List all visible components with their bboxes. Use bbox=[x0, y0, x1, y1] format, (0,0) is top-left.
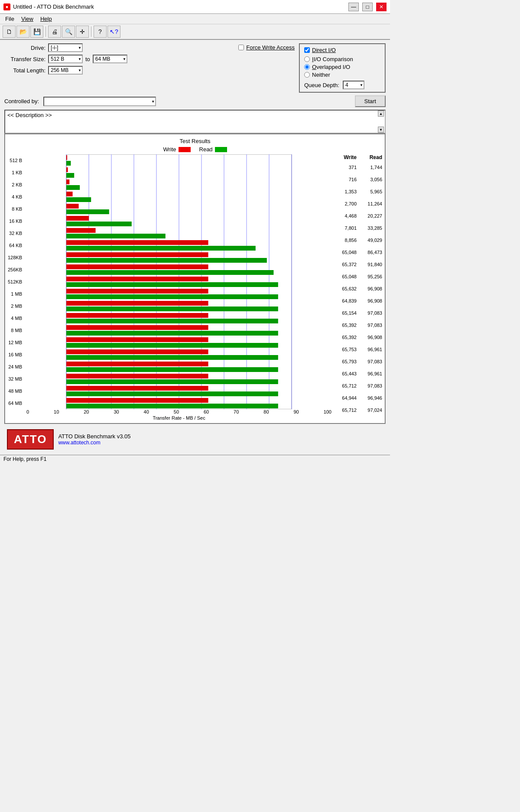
svg-rect-24 bbox=[66, 228, 96, 233]
force-write-checkbox[interactable] bbox=[238, 45, 244, 50]
transfer-size-to[interactable]: 64 MB bbox=[93, 55, 127, 63]
controlled-by-select[interactable] bbox=[43, 97, 156, 106]
neither-label[interactable]: Neither bbox=[312, 72, 330, 78]
status-bar: For Help, press F1 bbox=[0, 455, 390, 463]
row-label: 8 KB bbox=[8, 203, 24, 215]
svg-rect-18 bbox=[66, 192, 73, 196]
transfer-from-wrap: 512 B bbox=[48, 55, 83, 63]
results-title: Test Results bbox=[8, 138, 382, 144]
svg-rect-31 bbox=[66, 270, 273, 275]
write-value: 65,372 bbox=[334, 258, 357, 271]
write-value: 1,353 bbox=[334, 186, 357, 198]
svg-rect-38 bbox=[66, 313, 208, 318]
read-value: 97,083 bbox=[358, 307, 382, 319]
write-value: 64,944 bbox=[334, 392, 357, 404]
new-button[interactable]: 🗋 bbox=[3, 26, 16, 38]
row-label: 12 MB bbox=[8, 336, 24, 349]
move-button[interactable]: ✛ bbox=[76, 26, 89, 38]
row-label: 256KB bbox=[8, 264, 24, 276]
minimize-button[interactable]: — bbox=[348, 3, 359, 11]
queue-depth-select[interactable]: 4 bbox=[343, 81, 364, 89]
drive-row: Drive: [-i-] bbox=[4, 43, 234, 52]
x-tick: 0 bbox=[26, 409, 29, 414]
bottom-section: ATTO ATTO Disk Benchmark v3.05 www.attot… bbox=[4, 427, 386, 451]
row-label: 1 KB bbox=[8, 166, 24, 179]
write-value: 2,700 bbox=[334, 198, 357, 210]
read-values: 1,7443,0565,96511,26420,22733,28549,0298… bbox=[358, 161, 382, 416]
open-button[interactable]: 📂 bbox=[16, 26, 29, 38]
direct-io-label[interactable]: Direct I/O bbox=[312, 47, 336, 53]
read-value: 96,961 bbox=[358, 343, 382, 355]
svg-rect-47 bbox=[66, 367, 278, 372]
controlled-by-section: Controlled by: Start bbox=[4, 95, 386, 107]
write-value: 65,712 bbox=[334, 380, 357, 392]
read-value: 96,908 bbox=[358, 331, 382, 343]
x-tick: 30 bbox=[114, 409, 119, 414]
row-label: 32 KB bbox=[8, 227, 24, 239]
svg-rect-48 bbox=[66, 374, 208, 378]
read-value: 91,840 bbox=[358, 258, 382, 271]
read-value: 97,083 bbox=[358, 355, 382, 368]
overlapped-io-label[interactable]: Overlapped I/O bbox=[312, 64, 350, 70]
io-comparison-label[interactable]: II/O Comparison bbox=[312, 56, 353, 62]
print-button[interactable]: 🖨 bbox=[48, 26, 61, 38]
neither-radio[interactable] bbox=[304, 72, 310, 78]
transfer-size-from[interactable]: 512 B bbox=[48, 55, 83, 63]
svg-rect-14 bbox=[66, 167, 68, 172]
direct-io-checkbox[interactable] bbox=[304, 47, 310, 53]
io-comparison-row: II/O Comparison bbox=[304, 56, 380, 62]
row-label: 16 MB bbox=[8, 349, 24, 361]
svg-rect-42 bbox=[66, 337, 208, 342]
read-value: 11,264 bbox=[358, 198, 382, 210]
scroll-down[interactable]: ▼ bbox=[378, 127, 384, 133]
atto-version: ATTO Disk Benchmark v3.05 bbox=[58, 433, 130, 440]
atto-website[interactable]: www.attotech.com bbox=[58, 440, 130, 446]
drive-select[interactable]: [-i-] bbox=[48, 43, 83, 52]
x-tick: 40 bbox=[144, 409, 149, 414]
read-value: 3,056 bbox=[358, 173, 382, 186]
force-write-label[interactable]: Force Write Access bbox=[246, 44, 295, 51]
help-button[interactable]: ? bbox=[94, 26, 107, 38]
transfer-size-label: Transfer Size: bbox=[4, 56, 46, 62]
row-label: 8 MB bbox=[8, 324, 24, 336]
write-col-header: Write bbox=[334, 154, 357, 160]
main-content: Drive: [-i-] Transfer Size: 512 B to bbox=[0, 40, 390, 455]
x-tick: 10 bbox=[54, 409, 59, 414]
transfer-to-wrap: 64 MB bbox=[93, 55, 127, 63]
transfer-to-text: to bbox=[85, 56, 90, 62]
svg-rect-46 bbox=[66, 362, 208, 366]
menu-file[interactable]: File bbox=[2, 15, 18, 23]
overlapped-io-row: Overlapped I/O bbox=[304, 64, 380, 70]
direct-io-row: Direct I/O bbox=[304, 47, 380, 53]
total-length-label: Total Length: bbox=[4, 67, 46, 74]
svg-rect-19 bbox=[66, 197, 91, 202]
drive-label: Drive: bbox=[4, 45, 46, 51]
maximize-button[interactable]: □ bbox=[362, 3, 373, 11]
svg-rect-34 bbox=[66, 289, 208, 293]
svg-rect-53 bbox=[66, 404, 278, 408]
menu-view[interactable]: View bbox=[18, 15, 37, 23]
save-button[interactable]: 💾 bbox=[30, 26, 43, 38]
legend-row: Write Read bbox=[8, 146, 382, 153]
context-help-button[interactable]: ↖? bbox=[107, 26, 120, 38]
close-button[interactable]: ✕ bbox=[376, 3, 387, 11]
svg-rect-20 bbox=[66, 204, 79, 209]
svg-rect-16 bbox=[66, 179, 69, 184]
write-value: 65,048 bbox=[334, 271, 357, 283]
io-comparison-radio[interactable] bbox=[304, 56, 310, 62]
row-label: 16 KB bbox=[8, 215, 24, 227]
x-tick: 80 bbox=[263, 409, 269, 414]
read-value: 96,908 bbox=[358, 295, 382, 307]
start-button[interactable]: Start bbox=[355, 95, 386, 107]
row-label: 24 MB bbox=[8, 361, 24, 373]
zoom-button[interactable]: 🔍 bbox=[62, 26, 75, 38]
description-box[interactable]: << Description >> bbox=[4, 110, 386, 134]
svg-rect-43 bbox=[66, 343, 278, 348]
overlapped-io-radio[interactable] bbox=[304, 64, 310, 70]
total-length-select[interactable]: 256 MB bbox=[48, 66, 83, 75]
read-col-header: Read bbox=[358, 154, 382, 160]
description-scrollbar: ▲ ▼ bbox=[378, 111, 385, 133]
scroll-up[interactable]: ▲ bbox=[378, 111, 384, 117]
menu-help[interactable]: Help bbox=[37, 15, 55, 23]
read-value: 97,024 bbox=[358, 404, 382, 416]
